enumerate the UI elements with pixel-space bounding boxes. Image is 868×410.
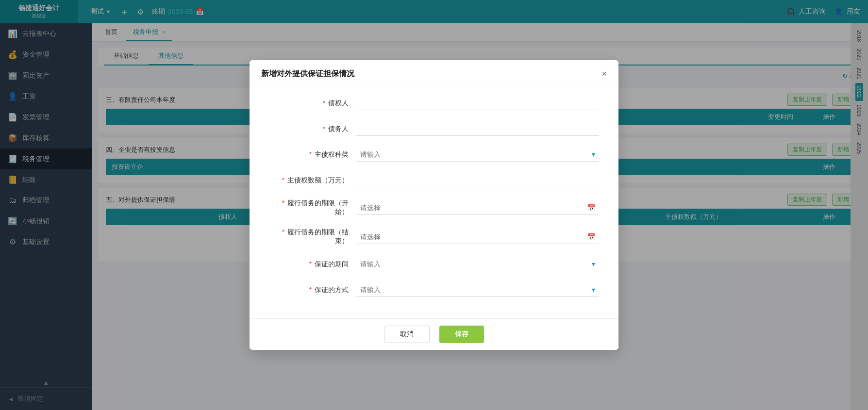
input-zhaiquanren[interactable] bbox=[356, 96, 599, 110]
modal-body: * 债权人 * 债务人 * bbox=[250, 86, 618, 318]
modal-dialog: 新增对外提供保证担保情况 × * 债权人 * 债务人 bbox=[250, 60, 618, 350]
chevron-down-icon-2[interactable]: ▾ bbox=[592, 260, 599, 268]
label-zhuzhaiquanzhonglei: * 主债权种类 bbox=[269, 150, 356, 159]
input-wrap-zhuzhaiquanshue bbox=[356, 173, 599, 187]
date-wrap-end: 📅 bbox=[356, 230, 599, 244]
input-wrap-zhaiwuren bbox=[356, 122, 599, 136]
select-zhuzhaiquanzhonglei[interactable] bbox=[356, 148, 592, 161]
modal-footer: 取消 保存 bbox=[250, 318, 618, 350]
label-lvxingqixian-start: * 履行债务的期限（开始） bbox=[269, 199, 356, 216]
select-wrap-baozheng-fangshi: ▾ bbox=[356, 283, 599, 297]
form-row-baozheng-fangshi: * 保证的方式 ▾ bbox=[269, 283, 599, 297]
modal-title: 新增对外提供保证担保情况 bbox=[261, 69, 354, 79]
input-wrap-zhaiquanren bbox=[356, 96, 599, 110]
form-row-zhaiquanren: * 债权人 bbox=[269, 96, 599, 110]
form-row-zhuzhaiquanzhonglei: * 主债权种类 ▾ bbox=[269, 148, 599, 162]
modal-overlay: 新增对外提供保证担保情况 × * 债权人 * 债务人 bbox=[0, 0, 868, 410]
label-lvxingqixian-end: * 履行债务的期限（结束） bbox=[269, 228, 356, 246]
label-zhaiwuren: * 债务人 bbox=[269, 125, 356, 133]
chevron-down-icon-3[interactable]: ▾ bbox=[592, 286, 599, 294]
select-wrap-baozheng-qijian: ▾ bbox=[356, 257, 599, 271]
select-baozheng-fangshi[interactable] bbox=[356, 283, 592, 296]
save-button[interactable]: 保存 bbox=[439, 326, 484, 343]
form-row-zhaiwuren: * 债务人 bbox=[269, 122, 599, 136]
input-zhuzhaiquanshue[interactable] bbox=[356, 173, 599, 187]
date-input-end[interactable] bbox=[356, 230, 587, 244]
form-row-lvxingqixian-start: * 履行债务的期限（开始） 📅 bbox=[269, 199, 599, 216]
label-baozheng-fangshi: * 保证的方式 bbox=[269, 286, 356, 295]
form-row-zhuzhaiquanshue: * 主债权数额（万元） bbox=[269, 173, 599, 187]
cancel-button[interactable]: 取消 bbox=[384, 326, 430, 343]
calendar-start-icon[interactable]: 📅 bbox=[587, 204, 599, 212]
date-input-start[interactable] bbox=[356, 201, 587, 214]
select-wrap-zhuzhaiquanzhonglei: ▾ bbox=[356, 148, 599, 162]
label-zhuzhaiquanshue: * 主债权数额（万元） bbox=[269, 176, 356, 185]
form-row-baozheng-qijian: * 保证的期间 ▾ bbox=[269, 257, 599, 271]
label-baozheng-qijian: * 保证的期间 bbox=[269, 260, 356, 269]
form-row-lvxingqixian-end: * 履行债务的期限（结束） 📅 bbox=[269, 228, 599, 246]
label-zhaiquanren: * 债权人 bbox=[269, 99, 356, 108]
date-wrap-start: 📅 bbox=[356, 201, 599, 215]
calendar-end-icon[interactable]: 📅 bbox=[587, 233, 599, 241]
modal-header: 新增对外提供保证担保情况 × bbox=[250, 60, 618, 86]
input-zhaiwuren[interactable] bbox=[356, 122, 599, 136]
modal-close-button[interactable]: × bbox=[601, 69, 607, 79]
select-baozheng-qijian[interactable] bbox=[356, 257, 592, 271]
chevron-down-icon[interactable]: ▾ bbox=[592, 150, 599, 158]
